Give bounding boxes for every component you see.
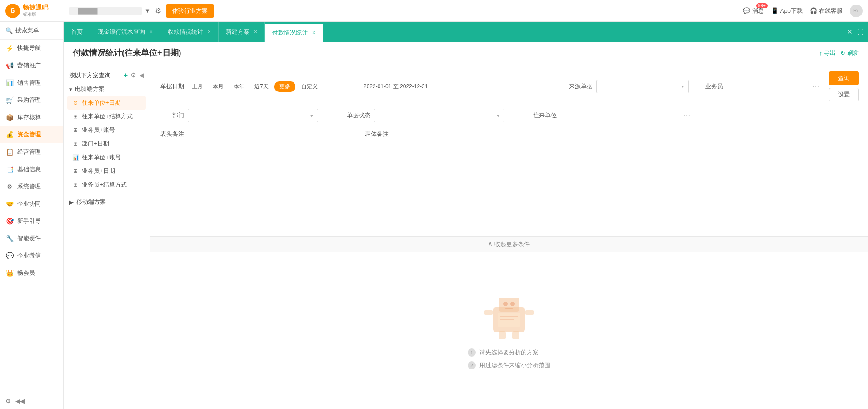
export-btn[interactable]: ↑ 导出 <box>819 49 836 57</box>
sidebar-item-wechat[interactable]: 💬 企业微信 <box>0 247 63 264</box>
tab-payment-stats[interactable]: 付款情况统计 × <box>265 24 323 42</box>
tab-bank-flow[interactable]: 现金银行流水查询 × <box>90 22 160 42</box>
empty-state: 1 请先选择要分析的方案 2 用过滤条件来缩小分析范围 <box>150 252 868 409</box>
tab-new-plan[interactable]: 新建方案 × <box>219 22 265 42</box>
tab-close-all-btn[interactable]: ✕ <box>847 28 853 35</box>
user-avatar[interactable]: Rit <box>850 5 863 17</box>
scheme-collapse-btn[interactable]: ◀ <box>139 71 144 80</box>
date-btn-more[interactable]: 更多 <box>274 81 295 92</box>
sidebar-item-quick-nav[interactable]: ⚡ 快捷导航 <box>0 40 63 57</box>
tab-new-plan-label: 新建方案 <box>226 28 249 36</box>
top-bar-left: 6 畅捷通吧 标准版 █████ ▼ ⚙ 体验行业方案 <box>5 4 214 18</box>
table-icon-2: ⊞ <box>72 126 79 134</box>
tab-payment-stats-close[interactable]: × <box>312 30 315 36</box>
collapse-sidebar-btn[interactable]: ◀◀ <box>15 398 25 404</box>
collapse-more-btn[interactable]: ∧ 收起更多条件 <box>150 236 868 252</box>
header-note-input[interactable] <box>188 130 318 138</box>
scheme-mobile-section: ▶ 移动端方案 <box>64 195 150 209</box>
top-settings-icon[interactable]: ⚙ <box>155 6 161 15</box>
lightning-icon: ⚡ <box>5 44 14 52</box>
scheme-settings-btn[interactable]: ⚙ <box>130 71 136 80</box>
date-btn-this-year[interactable]: 本年 <box>229 81 249 92</box>
tab-bank-flow-close[interactable]: × <box>150 29 153 35</box>
partner-more-btn[interactable]: ··· <box>683 111 691 120</box>
scheme-item-partner-date[interactable]: ⊙ 往来单位+日期 <box>67 96 146 110</box>
tab-new-plan-close[interactable]: × <box>254 29 257 35</box>
app-logo-icon: 6 <box>5 4 20 18</box>
tab-receipt-stats-close[interactable]: × <box>208 29 211 35</box>
speaker-icon: 📢 <box>5 61 14 70</box>
company-selector[interactable]: █████ ▼ <box>69 7 150 15</box>
body-note-input[interactable] <box>392 130 523 138</box>
app-download-btn[interactable]: 📱 App下载 <box>771 7 803 15</box>
date-btn-last-month[interactable]: 上月 <box>188 81 207 92</box>
sidebar-item-system[interactable]: ⚙ 系统管理 <box>0 178 63 195</box>
refresh-icon: ↻ <box>840 50 845 56</box>
handshake-icon: 🤝 <box>5 200 14 208</box>
scheme-desktop-title[interactable]: ▾ 电脑端方案 <box>64 82 150 96</box>
filter-settings-btn[interactable]: 设置 <box>829 88 859 101</box>
refresh-btn[interactable]: ↻ 刷新 <box>840 49 859 57</box>
sidebar-item-sales[interactable]: 📊 销售管理 <box>0 74 63 91</box>
scheme-desktop-section: ▾ 电脑端方案 ⊙ 往来单位+日期 ⊞ 往来单位+结算方式 <box>64 82 150 192</box>
sidebar-item-collab[interactable]: 🤝 企业协同 <box>0 195 63 212</box>
scheme-item-label: 部门+日期 <box>82 140 109 148</box>
scheme-item-label: 业务员+账号 <box>82 126 115 134</box>
try-industry-btn[interactable]: 体验行业方案 <box>166 4 214 18</box>
date-btn-last-7-days[interactable]: 近7天 <box>250 81 273 92</box>
scheme-header-actions: + ⚙ ◀ <box>124 71 144 80</box>
salesperson-input[interactable] <box>727 82 808 91</box>
query-btn[interactable]: 查询 <box>829 71 859 85</box>
search-menu-btn[interactable]: 🔍 搜索菜单 <box>0 22 63 40</box>
dept-dropdown-icon: ▼ <box>309 113 314 118</box>
source-doc-label: 来源单据 <box>568 82 593 91</box>
sidebar-label-capital: 资金管理 <box>17 131 41 139</box>
scheme-header: 按以下方案查询 + ⚙ ◀ <box>64 69 150 82</box>
empty-illustration <box>479 291 539 341</box>
sidebar-item-purchase[interactable]: 🛒 采购管理 <box>0 91 63 109</box>
collapse-icon: ∧ <box>488 240 493 248</box>
sidebar-item-basic[interactable]: 📑 基础信息 <box>0 161 63 178</box>
date-btn-custom[interactable]: 自定义 <box>297 81 322 92</box>
sidebar-item-member[interactable]: 👑 畅会员 <box>0 264 63 282</box>
scheme-item-partner-settle[interactable]: ⊞ 往来单位+结算方式 <box>67 110 146 123</box>
scheme-mobile-title[interactable]: ▶ 移动端方案 <box>64 195 150 209</box>
sidebar-item-operation[interactable]: 📋 经营管理 <box>0 143 63 161</box>
bottom-settings-icon[interactable]: ⚙ <box>5 398 11 404</box>
doc-status-select[interactable]: ▼ <box>374 109 504 122</box>
date-range-value: 2022-01-01 至 2022-12-31 <box>364 83 428 91</box>
scheme-desktop-label: 电脑端方案 <box>75 85 105 93</box>
gear-icon: ⚙ <box>5 182 14 191</box>
tab-receipt-stats[interactable]: 收款情况统计 × <box>160 22 219 42</box>
scheme-item-salesperson-settle[interactable]: ⊞ 业务员+结算方式 <box>67 178 146 192</box>
online-service-btn[interactable]: 🎧 在线客服 <box>810 7 843 15</box>
salesperson-more-btn[interactable]: ··· <box>813 82 820 91</box>
dept-select[interactable]: ▼ <box>188 109 318 122</box>
sidebar-item-hardware[interactable]: 🔧 智能硬件 <box>0 230 63 247</box>
date-btn-this-month[interactable]: 本月 <box>209 81 228 92</box>
scheme-item-dept-date[interactable]: ⊞ 部门+日期 <box>67 137 146 151</box>
sidebar-item-guide[interactable]: 🎯 新手引导 <box>0 212 63 230</box>
tab-fullscreen-btn[interactable]: ⛶ <box>857 28 863 35</box>
scheme-item-partner-account[interactable]: 📊 往来单位+账号 <box>67 151 146 164</box>
messages-btn[interactable]: 💬 消息 99+ <box>743 7 764 15</box>
sidebar-label-basic: 基础信息 <box>17 165 41 173</box>
download-icon: 📱 <box>771 7 778 14</box>
partner-input[interactable] <box>560 111 680 120</box>
section-arrow-icon: ▾ <box>69 86 72 93</box>
doc-icon: 📑 <box>5 165 14 173</box>
source-doc-select[interactable]: ▼ <box>596 80 689 93</box>
top-bar-actions: 💬 消息 99+ 📱 App下载 🎧 在线客服 Rit <box>743 5 863 17</box>
table-icon-5: ⊞ <box>72 167 79 175</box>
tab-receipt-stats-label: 收款情况统计 <box>168 28 203 36</box>
scheme-item-salesperson-date[interactable]: ⊞ 业务员+日期 <box>67 164 146 178</box>
scheme-item-salesperson-account[interactable]: ⊞ 业务员+账号 <box>67 123 146 137</box>
sidebar-item-capital[interactable]: 💰 资金管理 <box>0 126 63 143</box>
tab-home[interactable]: 首页 <box>64 22 90 42</box>
scheme-item-label: 往来单位+日期 <box>82 99 121 107</box>
scheme-add-btn[interactable]: + <box>124 71 128 80</box>
sidebar-item-inventory[interactable]: 📦 库存核算 <box>0 109 63 126</box>
sidebar-item-marketing[interactable]: 📢 营销推广 <box>0 57 63 74</box>
sidebar-label-operation: 经营管理 <box>17 148 41 156</box>
scheme-header-title: 按以下方案查询 <box>69 71 110 80</box>
